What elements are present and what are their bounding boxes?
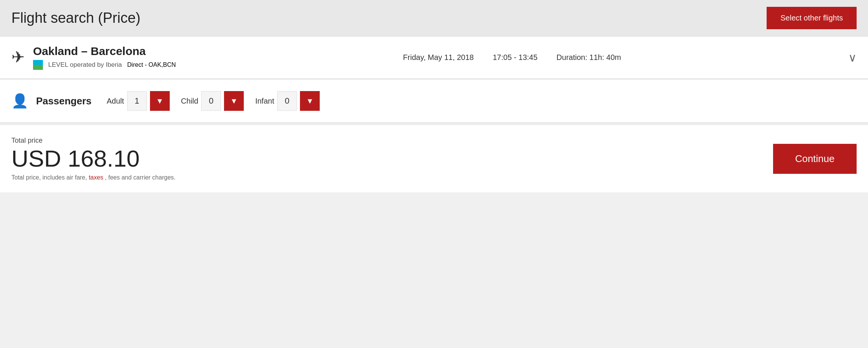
continue-button[interactable]: Continue: [773, 144, 857, 174]
child-group: Child 0 ▼: [181, 91, 244, 111]
price-section: Total price USD 168.10 Total price, incl…: [0, 125, 868, 192]
infant-label: Infant: [255, 97, 274, 106]
taxes-link[interactable]: taxes: [89, 174, 103, 181]
passenger-icon: 👤: [11, 93, 28, 109]
header: Flight search (Price) Select other fligh…: [0, 0, 868, 36]
flight-info-section: ✈ Oakland – Barcelona LEVEL operated by …: [0, 36, 868, 80]
infant-dropdown-button[interactable]: ▼: [300, 91, 320, 111]
page-title: Flight search (Price): [11, 10, 140, 26]
total-price-label: Total price: [11, 137, 175, 145]
infant-group: Infant 0 ▼: [255, 91, 320, 111]
airline-logo-icon: [33, 60, 43, 70]
flight-route-code: Direct - OAK,BCN: [127, 61, 176, 68]
child-label: Child: [181, 97, 199, 106]
plane-icon: ✈: [11, 49, 25, 65]
adult-dropdown-icon: ▼: [156, 97, 164, 106]
select-other-flights-button[interactable]: Select other flights: [767, 7, 857, 29]
infant-dropdown-icon: ▼: [306, 97, 314, 106]
adult-count: 1: [127, 91, 147, 111]
passengers-section: 👤 Passengers Adult 1 ▼ Child 0 ▼ Infant …: [0, 80, 868, 124]
flight-time: 17:05 - 13:45: [493, 53, 538, 62]
adult-label: Adult: [107, 97, 124, 106]
infant-count: 0: [277, 91, 297, 111]
price-note-after: , fees and carrier charges.: [105, 174, 175, 181]
total-price-note: Total price, includes air fare, taxes , …: [11, 174, 175, 181]
child-dropdown-button[interactable]: ▼: [224, 91, 244, 111]
flight-left: ✈ Oakland – Barcelona LEVEL operated by …: [11, 45, 176, 70]
adult-dropdown-button[interactable]: ▼: [150, 91, 170, 111]
price-note-before: Total price, includes air fare,: [11, 174, 87, 181]
adult-group: Adult 1 ▼: [107, 91, 170, 111]
total-price-amount: USD 168.10: [11, 147, 175, 170]
passengers-label: Passengers: [36, 95, 92, 107]
flight-date: Friday, May 11, 2018: [403, 53, 473, 62]
flight-route: Oakland – Barcelona: [33, 45, 176, 58]
airline-name: LEVEL operated by Iberia: [48, 61, 122, 69]
child-count: 0: [201, 91, 221, 111]
child-dropdown-icon: ▼: [230, 97, 238, 106]
price-left: Total price USD 168.10 Total price, incl…: [11, 137, 175, 181]
flight-duration: Duration: 11h: 40m: [557, 53, 621, 62]
flight-expand-chevron-icon[interactable]: ∨: [848, 51, 857, 64]
flight-meta-row: LEVEL operated by Iberia Direct - OAK,BC…: [33, 60, 176, 70]
flight-details: Oakland – Barcelona LEVEL operated by Ib…: [33, 45, 176, 70]
flight-info-middle: Friday, May 11, 2018 17:05 - 13:45 Durat…: [403, 53, 621, 62]
